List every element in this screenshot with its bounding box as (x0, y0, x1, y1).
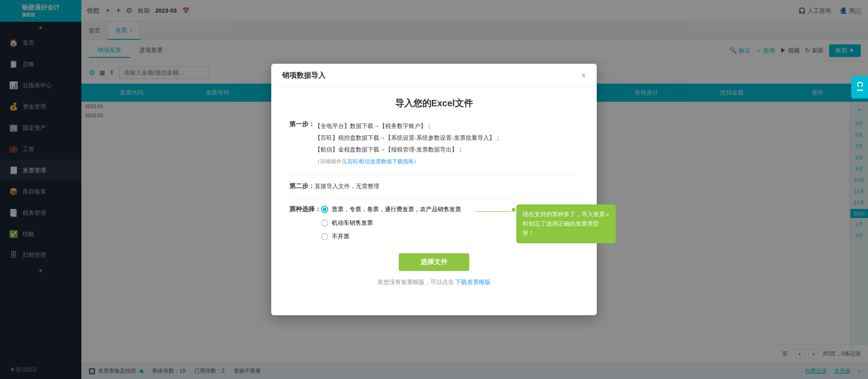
tooltip-text: 现在支持的票种多了，导入发票时别忘了选择正确的发票类型呀！ (523, 211, 605, 237)
radio-dot-3 (321, 233, 328, 240)
radio-label-2: 机动车销售发票 (332, 219, 373, 227)
dialog-header: 销项数据导入 × (271, 64, 597, 86)
radio-group: 普票，专票，卷票，通行费发票，农产品销售发票 机动车销售发票 不开票 (321, 205, 461, 241)
import-dialog: 销项数据导入 × 导入您的Excel文件 第一步： 【全电平台】数据下载→【税务… (271, 64, 597, 315)
dialog-step1: 第一步： 【全电平台】数据下载→【税务数字账户】； 【百旺】税控盘数据下载→【系… (289, 120, 579, 167)
step1-note: （详细操作见百旺/航信发票数据下载指南） (315, 158, 419, 165)
select-file-button[interactable]: 选择文件 (399, 253, 469, 271)
radio-option-2[interactable]: 机动车销售发票 (321, 219, 461, 227)
step2-label: 第二步： (289, 182, 315, 190)
step1-guide-link[interactable]: 百旺/航信发票数据下载指南 (347, 158, 414, 165)
step2-content: 直接导入文件，无需整理 (315, 182, 379, 190)
ticket-selection: 票种选择： 普票，专票，卷票，通行费发票，农产品销售发票 机动车销售发票 (289, 205, 579, 241)
divider2 (289, 198, 579, 198)
radio-dot-2 (321, 219, 328, 227)
radio-option-3[interactable]: 不开票 (321, 232, 461, 241)
step1-line2: 【百旺】税控盘数据下载→【系统设置-系统参数设置-发票批量导入】； (315, 134, 501, 141)
ticket-label: 票种选择： (289, 205, 321, 213)
radio-label-1: 普票，专票，卷票，通行费发票，农产品销售发票 (332, 205, 461, 213)
dialog-main-title: 导入您的Excel文件 (289, 97, 579, 109)
step1-line3: 【航信】金税盘数据下载→【报税管理-发票数据导出】； (315, 146, 463, 153)
radio-option-1[interactable]: 普票，专票，卷票，通行费发票，农产品销售发票 (321, 205, 461, 213)
radio-label-3: 不开票 (332, 232, 349, 241)
dialog-close-button[interactable]: × (581, 71, 586, 81)
dialog-step2: 第二步： 直接导入文件，无需整理 (289, 182, 579, 190)
step1-line1: 【全电平台】数据下载→【税务数字账户】； (315, 123, 432, 129)
radio-dot-1 (321, 206, 328, 213)
modal-overlay: 销项数据导入 × 导入您的Excel文件 第一步： 【全电平台】数据下载→【税务… (0, 0, 868, 379)
tooltip-close-btn[interactable]: × (606, 210, 609, 220)
dialog-title: 销项数据导入 (282, 71, 326, 81)
dialog-body: 导入您的Excel文件 第一步： 【全电平台】数据下载→【税务数字账户】； 【百… (271, 86, 597, 297)
ci-badge[interactable]: CI (851, 76, 868, 99)
dialog-footer-note: 若您没有发票模版，可以点击 下载发票模版 (289, 278, 579, 286)
step1-label: 第一步： (289, 120, 315, 128)
download-template-link[interactable]: 下载发票模版 (455, 279, 491, 285)
divider1 (289, 175, 579, 175)
step1-content: 【全电平台】数据下载→【税务数字账户】； 【百旺】税控盘数据下载→【系统设置-系… (315, 120, 501, 167)
